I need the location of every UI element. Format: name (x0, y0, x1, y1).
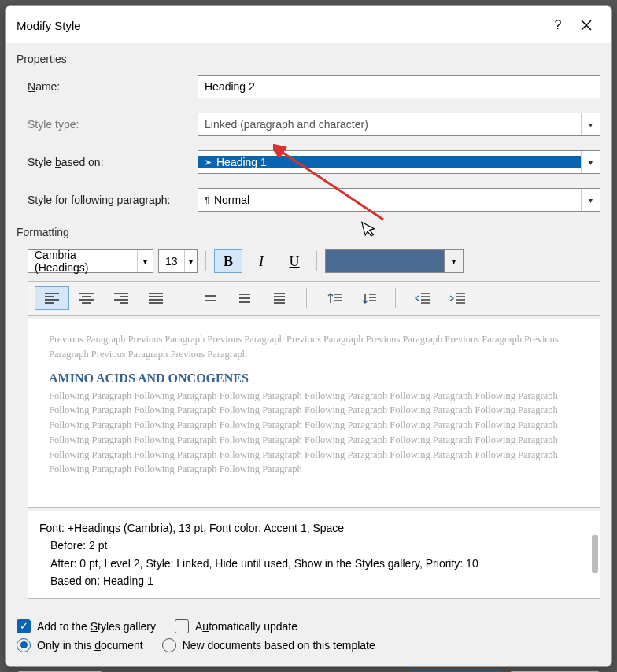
formatting-label: Formatting (17, 226, 600, 238)
help-button[interactable]: ? (544, 13, 572, 37)
heading-style-icon: ➤ (205, 157, 212, 168)
chevron-down-icon: ▾ (581, 189, 600, 211)
indent-decrease-icon (414, 291, 431, 305)
font-color-picker[interactable]: ▾ (325, 249, 464, 273)
space-before-inc-icon (325, 291, 342, 305)
styletype-value: Linked (paragraph and character) (205, 118, 368, 131)
chevron-down-icon: ▾ (184, 250, 197, 272)
radio-icon (17, 638, 31, 652)
separator (306, 288, 307, 308)
paragraph-icon: ¶ (205, 195, 209, 205)
chevron-down-icon: ▾ (444, 250, 463, 272)
separator (316, 251, 317, 271)
separator (395, 288, 396, 308)
formatting-toolbar: Cambria (Headings) ▾ 13 ▾ B I U ▾ (28, 249, 600, 273)
styletype-combo[interactable]: Linked (paragraph and character) ▾ (198, 113, 600, 136)
chevron-down-icon: ▾ (581, 113, 600, 135)
checkbox-icon (175, 619, 189, 633)
align-justify-button[interactable] (139, 286, 173, 310)
spacing-15-button[interactable] (227, 286, 262, 310)
options-area: ✓ Add to the Styles gallery Automaticall… (17, 615, 600, 657)
spacing-double-icon (272, 292, 287, 305)
basedon-label: Style based on: (28, 156, 198, 168)
align-justify-icon (148, 292, 164, 305)
basedon-combo[interactable]: ➤Heading 1 ▾ (198, 150, 600, 174)
style-description: Font: +Headings (Cambria), 13 pt, Font c… (28, 511, 600, 599)
indent-increase-icon (449, 291, 466, 305)
align-right-button[interactable] (104, 286, 139, 310)
alignment-toolbar (28, 281, 600, 316)
desc-line: Before: 2 pt (39, 537, 589, 554)
separator (205, 251, 206, 271)
titlebar: Modify Style ? (6, 6, 611, 43)
new-documents-label: New documents based on this template (183, 639, 375, 652)
preview-after-text: Following Paragraph Following Paragraph … (49, 389, 579, 478)
spacing-single-icon (202, 292, 218, 305)
underline-button[interactable]: U (280, 249, 308, 273)
only-this-document-label: Only in this document (37, 639, 143, 652)
scrollbar-thumb[interactable] (592, 535, 598, 573)
styletype-label: Style type: (28, 118, 198, 131)
align-center-icon (79, 292, 94, 305)
only-this-document-radio[interactable]: Only in this document (17, 638, 143, 652)
font-name-combo[interactable]: Cambria (Headings) ▾ (28, 249, 153, 273)
preview-heading: AMINO ACIDS AND ONCOGENES (49, 371, 579, 386)
color-swatch (326, 250, 444, 272)
dialog-title: Modify Style (17, 19, 544, 32)
indent-decrease-button[interactable] (405, 286, 440, 310)
space-before-dec-button[interactable] (351, 286, 386, 310)
spacing-15-icon (237, 292, 253, 305)
checkbox-icon: ✓ (17, 619, 31, 633)
name-label: Name: (28, 80, 198, 93)
add-to-gallery-label: Add to the Styles gallery (37, 620, 156, 633)
basedon-value: Heading 1 (216, 156, 267, 168)
font-name-value: Cambria (Headings) (28, 249, 137, 274)
following-value: Normal (214, 194, 249, 206)
radio-icon (162, 638, 176, 652)
spacing-double-button[interactable] (262, 286, 297, 310)
style-preview: Previous Paragraph Previous Paragraph Pr… (28, 319, 600, 508)
font-size-value: 13 (159, 255, 184, 268)
desc-line: Based on: Heading 1 (39, 572, 589, 589)
preview-before-text: Previous Paragraph Previous Paragraph Pr… (49, 332, 579, 362)
close-icon (581, 20, 592, 31)
chevron-down-icon: ▾ (137, 250, 153, 272)
align-left-button[interactable] (35, 286, 69, 310)
modify-style-dialog: Modify Style ? Properties Name: Style ty… (5, 5, 612, 667)
indent-increase-button[interactable] (440, 286, 475, 310)
font-size-combo[interactable]: 13 ▾ (158, 249, 198, 273)
properties-label: Properties (17, 53, 600, 65)
space-before-inc-button[interactable] (316, 286, 351, 310)
following-label: Style for following paragraph: (28, 194, 198, 206)
add-to-gallery-checkbox[interactable]: ✓ Add to the Styles gallery (17, 619, 156, 633)
new-documents-radio[interactable]: New documents based on this template (162, 638, 375, 652)
align-right-icon (113, 292, 129, 305)
chevron-down-icon: ▾ (581, 151, 600, 173)
bold-button[interactable]: B (214, 249, 242, 273)
dialog-footer: Format ▾ OK Cancel (17, 657, 600, 672)
italic-button[interactable]: I (247, 249, 275, 273)
name-input[interactable] (198, 75, 600, 98)
spacing-single-button[interactable] (193, 286, 227, 310)
desc-line: Font: +Headings (Cambria), 13 pt, Font c… (39, 519, 589, 537)
following-combo[interactable]: ¶Normal ▾ (198, 188, 600, 212)
auto-update-checkbox[interactable]: Automatically update (175, 619, 297, 633)
separator (183, 288, 183, 308)
auto-update-label: Automatically update (195, 620, 297, 633)
desc-line: After: 0 pt, Level 2, Style: Linked, Hid… (39, 555, 589, 572)
close-button[interactable] (572, 13, 600, 37)
align-center-button[interactable] (69, 286, 104, 310)
align-left-icon (44, 292, 60, 305)
space-before-dec-icon (360, 291, 377, 305)
